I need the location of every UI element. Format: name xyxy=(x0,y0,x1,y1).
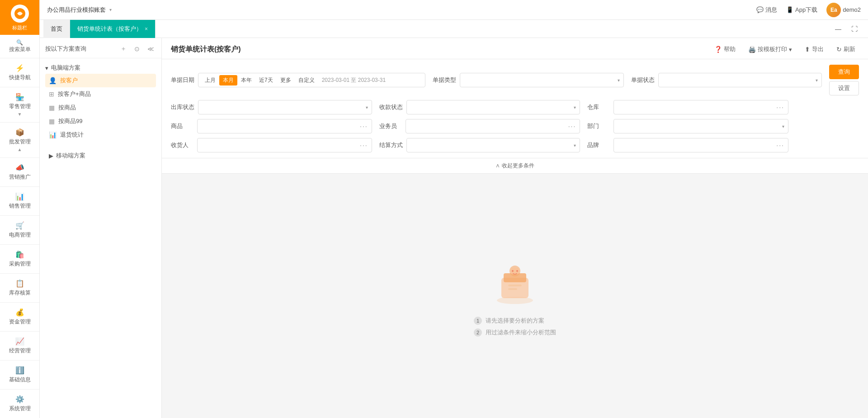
collapse-bar[interactable]: ∧ 收起更多条件 xyxy=(162,158,868,174)
print-icon: 🖨️ xyxy=(748,46,756,53)
goods-dots-icon: ··· xyxy=(360,123,368,130)
help-btn[interactable]: ❓ 帮助 xyxy=(711,43,739,55)
filter-panel: 按以下方案查询 ＋ ⊙ ≪ ▾ 电脑端方案 👤 按客户 ⊞ xyxy=(40,38,162,418)
avatar-text: Ea xyxy=(830,7,837,13)
date-tab-this-year[interactable]: 本年 xyxy=(237,75,255,86)
sidebar-item-quick-nav[interactable]: ⚡ 快捷导航 xyxy=(0,58,39,87)
collapse-icon: ∧ xyxy=(495,162,501,169)
date-tab-custom[interactable]: 自定义 xyxy=(295,75,318,86)
out-status-select[interactable]: ▾ xyxy=(198,100,372,114)
collapse-filter-btn[interactable]: ≪ xyxy=(145,43,156,54)
filter-panel-icons: ＋ ⊙ ≪ xyxy=(118,43,156,54)
receiver-field: 收货人 ··· xyxy=(171,138,372,152)
tab-sales-stat[interactable]: 销货单统计表（按客户） × xyxy=(70,20,156,38)
settlement-select[interactable]: ▾ xyxy=(406,138,580,152)
sidebar-item-basic-info[interactable]: ℹ️ 基础信息 xyxy=(0,361,39,390)
finance-icon: 💰 xyxy=(15,308,24,317)
sidebar-item-system[interactable]: ⚙️ 系统管理 xyxy=(0,390,39,418)
filter-item-label-1: 按客户+商品 xyxy=(58,90,91,98)
date-tab-7days[interactable]: 近7天 xyxy=(255,75,277,86)
search-icon: 🔍 xyxy=(16,39,23,46)
filter-item-return-stat[interactable]: 📊 退货统计 xyxy=(45,128,156,142)
filter-item-label-4: 退货统计 xyxy=(60,131,84,139)
doc-status-select[interactable]: ▾ xyxy=(658,73,822,87)
settlement-label: 结算方式 xyxy=(379,141,403,149)
svg-point-7 xyxy=(516,270,518,272)
filter-item-by-goods99[interactable]: ▦ 按商品99 xyxy=(45,114,156,128)
warehouse-select[interactable]: ··· xyxy=(613,100,788,114)
phone-icon: 📱 xyxy=(786,6,793,13)
sidebar-item-sales[interactable]: 📊 销售管理 xyxy=(0,187,39,216)
quick-nav-icon: ⚡ xyxy=(15,64,24,72)
receiver-dots-icon: ··· xyxy=(360,142,368,149)
app-download-btn[interactable]: 📱 App下载 xyxy=(786,6,817,14)
message-btn[interactable]: 💬 消息 xyxy=(756,6,777,14)
date-tab-last-month[interactable]: 上月 xyxy=(201,75,219,86)
dept-select[interactable]: ▾ xyxy=(613,119,788,133)
receipt-status-select[interactable]: ▾ xyxy=(406,100,580,114)
filter-desktop-title[interactable]: ▾ 电脑端方案 xyxy=(45,62,156,74)
tab-home[interactable]: 首页 xyxy=(43,20,70,38)
inventory-label: 库存核算 xyxy=(9,289,31,297)
header-dropdown-icon[interactable]: ▾ xyxy=(109,7,112,12)
receiver-select[interactable]: ··· xyxy=(197,138,372,152)
sidebar-item-operation[interactable]: 📈 经营管理 xyxy=(0,332,39,361)
retail-icon: 🏪 xyxy=(15,93,24,101)
export-btn[interactable]: ⬆ 导出 xyxy=(801,43,827,55)
salesman-dots-icon: ··· xyxy=(568,123,576,130)
marketing-icon: 📣 xyxy=(15,163,24,172)
date-tab-more[interactable]: 更多 xyxy=(277,75,295,86)
goods99-icon: ▦ xyxy=(49,118,55,125)
active-tab-label: 销货单统计表（按客户） xyxy=(77,25,142,33)
tab-close-icon[interactable]: × xyxy=(145,26,148,32)
settings-filter-btn[interactable]: ⊙ xyxy=(132,43,142,54)
doc-type-select[interactable]: ▾ xyxy=(460,73,623,87)
date-tabs: 上月 本月 本年 近7天 更多 自定义 xyxy=(201,75,318,86)
salesman-field: 业务员 ··· xyxy=(379,119,580,133)
filter-mobile-title[interactable]: ▶ 移动端方案 xyxy=(45,149,156,162)
sidebar-item-wholesale[interactable]: 📦 批发管理 ▲ xyxy=(0,123,39,158)
dept-label: 部门 xyxy=(587,122,610,130)
sidebar-item-finance[interactable]: 💰 资金管理 xyxy=(0,303,39,332)
sidebar-item-purchase[interactable]: 🛍️ 采购管理 xyxy=(0,245,39,274)
app-download-label: App下载 xyxy=(795,6,817,14)
sidebar-item-marketing[interactable]: 📣 营销推广 xyxy=(0,158,39,187)
filter-item-customer-goods[interactable]: ⊞ 按客户+商品 xyxy=(45,87,156,101)
goods-select[interactable]: ··· xyxy=(197,119,372,133)
sidebar-item-ecommerce[interactable]: 🛒 电商管理 xyxy=(0,216,39,245)
receipt-status-field: 收款状态 ▾ xyxy=(379,100,580,114)
query-row-1: 单据日期 上月 本月 本年 近7天 更多 自定义 2023-03-01 至 20… xyxy=(171,65,859,95)
doc-type-label: 单据类型 xyxy=(433,76,456,84)
sidebar-item-inventory[interactable]: 📋 库存核算 xyxy=(0,274,39,303)
date-tab-this-month[interactable]: 本月 xyxy=(219,75,237,86)
finance-label: 资金管理 xyxy=(9,318,31,326)
filter-item-by-goods[interactable]: ▦ 按商品 xyxy=(45,101,156,114)
return-stat-icon: 📊 xyxy=(49,131,57,138)
query-row-2: 出库状态 ▾ 收款状态 ▾ 仓库 ··· xyxy=(171,100,859,114)
query-row-3: 商品 ··· 业务员 ··· 部门 ▾ xyxy=(171,119,859,133)
tab-minimize-btn[interactable]: — xyxy=(832,23,844,35)
salesman-select[interactable]: ··· xyxy=(406,119,580,133)
tab-expand-btn[interactable]: ⛶ xyxy=(848,23,861,35)
query-button[interactable]: 查询 xyxy=(829,65,859,79)
user-profile[interactable]: Ea demo2 xyxy=(826,3,861,17)
export-label: 导出 xyxy=(812,45,824,53)
brand-select[interactable]: ··· xyxy=(613,138,788,152)
settlement-arrow-icon: ▾ xyxy=(574,143,576,148)
refresh-btn[interactable]: ↻ 刷新 xyxy=(833,43,859,55)
customer-goods-icon: ⊞ xyxy=(49,90,54,98)
doc-status-field: 单据状态 ▾ xyxy=(631,73,822,87)
inventory-icon: 📋 xyxy=(15,279,24,288)
sidebar-item-retail[interactable]: 🏪 零售管理 ▼ xyxy=(0,87,39,123)
settings-button[interactable]: 设置 xyxy=(829,81,859,95)
template-print-label: 按模板打印 xyxy=(758,45,787,53)
header-title: 办公用品行业模拟账套 xyxy=(47,6,106,14)
template-print-btn[interactable]: 🖨️ 按模板打印 ▾ xyxy=(745,43,796,55)
filter-item-by-customer[interactable]: 👤 按客户 xyxy=(45,74,156,87)
filter-panel-header: 按以下方案查询 ＋ ⊙ ≪ xyxy=(40,38,161,58)
add-filter-btn[interactable]: ＋ xyxy=(118,43,129,54)
ecommerce-icon: 🛒 xyxy=(15,221,24,230)
sidebar-search[interactable]: 🔍 搜索菜单 xyxy=(0,35,39,58)
customer-icon: 👤 xyxy=(49,77,57,84)
dept-field: 部门 ▾ xyxy=(587,119,788,133)
